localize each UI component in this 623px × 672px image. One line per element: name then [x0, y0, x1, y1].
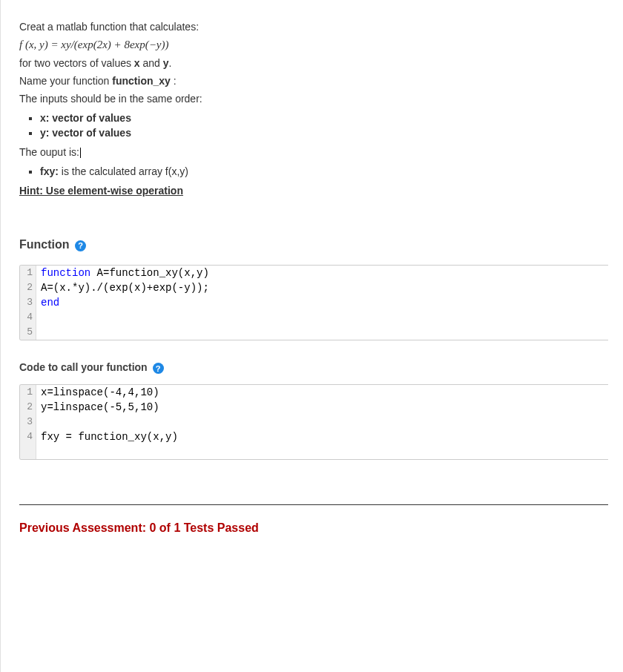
intro-line2: for two vectors of values x and y. — [19, 57, 608, 69]
gutter: 2 — [20, 400, 36, 415]
call-heading: Code to call your function ? — [19, 361, 608, 374]
help-icon[interactable]: ? — [75, 240, 86, 251]
intro-line3: Name your function function_xy : — [19, 75, 608, 87]
gutter: 4 — [20, 310, 36, 325]
gutter: 4 — [20, 429, 36, 444]
y-var: y — [163, 57, 169, 69]
t: . — [169, 57, 172, 69]
t: is the calculated array f(x,y) — [59, 165, 188, 177]
t: The ouput is: — [19, 146, 81, 158]
keyword-function: function — [41, 267, 90, 279]
hint-text: Hint: Use element-wise operation — [19, 185, 608, 197]
intro-line1: Creat a matlab function that calculates: — [19, 21, 608, 33]
code-text: A=function_xy(x,y) — [90, 267, 209, 279]
gutter — [20, 444, 36, 459]
calling-code-editor[interactable]: 1 x=linspace(-4,4,10) 2 y=linspace(-5,5,… — [19, 384, 608, 460]
help-icon[interactable]: ? — [153, 363, 164, 374]
t: and — [140, 57, 163, 69]
function-heading: Function ? — [19, 238, 608, 251]
t: Code to call your function — [19, 361, 148, 373]
bullet-x: x: vector of values — [40, 112, 608, 124]
t: Function — [19, 238, 70, 251]
code-text: A=(x.*y)./(exp(x)+exp(-y)); — [41, 282, 209, 294]
gutter: 2 — [20, 280, 36, 295]
assessment-status: Previous Assessment: 0 of 1 Tests Passed — [19, 521, 608, 535]
gutter: 1 — [20, 385, 36, 400]
t: : — [171, 75, 177, 87]
t: for two vectors of values — [19, 57, 134, 69]
intro-line4: The inputs should be in the same order: — [19, 93, 608, 105]
divider — [19, 504, 608, 505]
code-text: y=linspace(-5,5,10) — [41, 401, 159, 413]
x-var: x — [134, 57, 140, 69]
formula: f (x, y) = xy/(exp(2x) + 8exp(−y)) — [19, 39, 608, 51]
bullet-y: y: vector of values — [40, 127, 608, 139]
code-text: fxy = function_xy(x,y) — [41, 431, 178, 443]
intro-line5: The ouput is: — [19, 146, 608, 158]
function-code-editor[interactable]: 1 function A=function_xy(x,y) 2 A=(x.*y)… — [19, 265, 608, 340]
gutter: 1 — [20, 266, 36, 280]
keyword-end: end — [41, 297, 59, 309]
t: x: vector of values — [40, 112, 131, 124]
code-text: x=linspace(-4,4,10) — [41, 386, 159, 398]
gutter: 3 — [20, 415, 36, 429]
gutter: 3 — [20, 295, 36, 310]
t: Name your function — [19, 75, 112, 87]
t: y: vector of values — [40, 127, 131, 139]
bullet-fxy: fxy: is the calculated array f(x,y) — [40, 165, 608, 177]
func-name: function_xy — [112, 75, 171, 87]
gutter: 5 — [20, 325, 36, 340]
t: fxy: — [40, 165, 59, 177]
